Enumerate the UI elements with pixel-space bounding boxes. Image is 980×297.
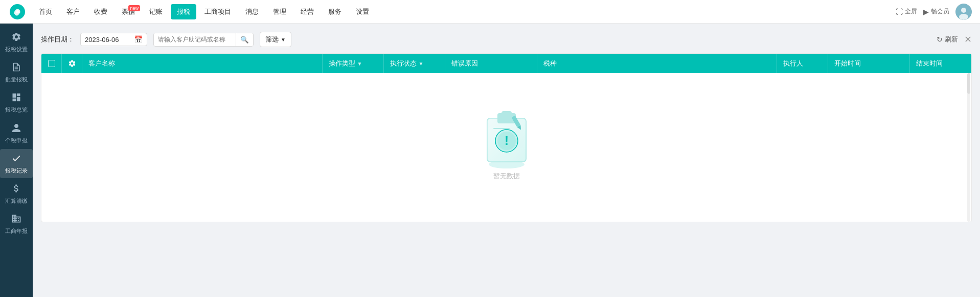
tax-overview-icon xyxy=(11,92,21,105)
th-customer-name: 客户名称 xyxy=(82,54,323,73)
th-error-reason: 错误原因 xyxy=(445,54,537,73)
date-input[interactable] xyxy=(85,36,131,44)
sidebar-item-tax-settings[interactable]: 报税设置 xyxy=(0,28,33,57)
svg-point-4 xyxy=(959,14,968,20)
fullscreen-icon: ⛶ xyxy=(896,8,903,16)
sidebar-item-batch-tax[interactable]: 批量报税 xyxy=(0,58,33,87)
search-icon: 🔍 xyxy=(240,36,249,44)
sidebar-item-tax-overview-label: 报税总览 xyxy=(5,107,28,113)
sidebar-item-tax-overview[interactable]: 报税总览 xyxy=(0,88,33,117)
th-settings[interactable] xyxy=(62,54,82,73)
tax-record-icon xyxy=(11,153,21,166)
refresh-icon: ↻ xyxy=(937,35,943,44)
empty-icon: ! xyxy=(476,104,537,165)
th-checkbox[interactable] xyxy=(41,54,62,73)
nav-item-home[interactable]: 首页 xyxy=(33,4,58,19)
svg-point-3 xyxy=(961,8,966,13)
logo[interactable] xyxy=(8,3,27,21)
personal-tax-icon xyxy=(11,123,21,136)
table-wrapper: 客户名称 操作类型 ▼ 执行状态 ▼ 错误原因 税种 执行人 开始时间 xyxy=(41,53,972,222)
member-btn[interactable]: ▶ 畅会员 xyxy=(923,7,949,16)
new-badge: new xyxy=(128,5,140,12)
date-input-wrapper[interactable]: 📅 xyxy=(80,33,147,46)
sidebar-item-annual-report[interactable]: 工商年报 xyxy=(0,209,33,239)
search-button[interactable]: 🔍 xyxy=(236,33,253,46)
sidebar-item-annual-report-label: 工商年报 xyxy=(5,228,28,235)
top-nav: 首页 客户 收费 票据 new 记账 报税 工商项目 消息 管理 经营 服务 设… xyxy=(0,0,980,24)
fullscreen-btn[interactable]: ⛶ 全屏 xyxy=(896,7,917,16)
refresh-label: 刷新 xyxy=(945,35,958,44)
search-input[interactable] xyxy=(154,33,236,46)
filter-bar: 操作日期： 📅 🔍 筛选 ▼ ↻ 刷新 ✕ xyxy=(41,32,972,47)
tax-settings-icon xyxy=(11,32,21,45)
nav-item-business[interactable]: 工商项目 xyxy=(198,4,237,19)
nav-item-service[interactable]: 服务 xyxy=(322,4,348,19)
th-start-time: 开始时间 xyxy=(828,54,910,73)
th-end-time: 结束时间 xyxy=(910,54,971,73)
nav-item-management[interactable]: 管理 xyxy=(267,4,292,19)
sidebar-item-personal-tax[interactable]: 个税申报 xyxy=(0,119,33,148)
calendar-icon: 📅 xyxy=(134,35,143,44)
nav-item-fee[interactable]: 收费 xyxy=(88,4,113,19)
sidebar-item-tax-settings-label: 报税设置 xyxy=(5,46,28,53)
table-header: 客户名称 操作类型 ▼ 执行状态 ▼ 错误原因 税种 执行人 开始时间 xyxy=(41,54,971,73)
header-checkbox[interactable] xyxy=(48,60,55,67)
filter-right: ↻ 刷新 ✕ xyxy=(937,35,972,44)
sidebar-item-personal-tax-label: 个税申报 xyxy=(5,137,28,144)
table-body: ! 暂无数据 xyxy=(41,73,971,222)
nav-item-invoice[interactable]: 票据 new xyxy=(116,4,141,19)
refresh-button[interactable]: ↻ 刷新 xyxy=(937,35,958,44)
annual-settlement-icon xyxy=(11,183,21,196)
nav-item-tax[interactable]: 报税 xyxy=(171,4,196,19)
sidebar-item-annual-settlement-label: 汇算清缴 xyxy=(5,198,28,204)
nav-item-customer[interactable]: 客户 xyxy=(60,4,86,19)
sort-icon-operation: ▼ xyxy=(357,61,362,67)
scrollbar-thumb[interactable] xyxy=(967,73,970,94)
filter-button[interactable]: 筛选 ▼ xyxy=(260,32,291,47)
sidebar-item-batch-tax-label: 批量报税 xyxy=(5,76,28,83)
svg-point-1 xyxy=(16,10,19,13)
nav-item-settings[interactable]: 设置 xyxy=(350,4,375,19)
empty-state: ! 暂无数据 xyxy=(41,73,971,222)
sidebar-item-annual-settlement[interactable]: 汇算清缴 xyxy=(0,179,33,208)
filter-label-text: 筛选 xyxy=(265,35,279,44)
scrollbar-track[interactable] xyxy=(967,73,970,222)
top-nav-right: ⛶ 全屏 ▶ 畅会员 xyxy=(896,4,972,20)
annual-report-icon xyxy=(11,214,21,226)
th-exec-status[interactable]: 执行状态 ▼ xyxy=(384,54,445,73)
member-icon: ▶ xyxy=(923,8,929,16)
nav-item-operation[interactable]: 经营 xyxy=(294,4,320,19)
svg-text:!: ! xyxy=(505,134,509,147)
nav-items: 首页 客户 收费 票据 new 记账 报税 工商项目 消息 管理 经营 服务 设… xyxy=(33,4,896,19)
sidebar: 报税设置 批量报税 报税总览 个税申报 报税记录 汇算清缴 工商年报 xyxy=(0,24,33,297)
th-operation-type[interactable]: 操作类型 ▼ xyxy=(323,54,384,73)
sidebar-item-tax-record-label: 报税记录 xyxy=(5,167,28,174)
nav-item-bookkeeping[interactable]: 记账 xyxy=(143,4,169,19)
chevron-down-icon: ▼ xyxy=(281,37,286,43)
main-content: 操作日期： 📅 🔍 筛选 ▼ ↻ 刷新 ✕ xyxy=(33,24,980,297)
search-wrapper: 🔍 xyxy=(153,33,254,47)
svg-rect-9 xyxy=(502,111,512,117)
sort-icon-status: ▼ xyxy=(419,61,424,67)
user-avatar[interactable] xyxy=(955,4,972,20)
nav-item-message[interactable]: 消息 xyxy=(239,4,265,19)
th-executor: 执行人 xyxy=(777,54,828,73)
batch-tax-icon xyxy=(11,62,21,75)
close-button[interactable]: ✕ xyxy=(964,35,972,44)
sidebar-item-tax-record[interactable]: 报税记录 xyxy=(0,149,33,178)
date-label: 操作日期： xyxy=(41,35,74,44)
empty-text: 暂无数据 xyxy=(493,172,520,181)
th-tax-type: 税种 xyxy=(537,54,778,73)
